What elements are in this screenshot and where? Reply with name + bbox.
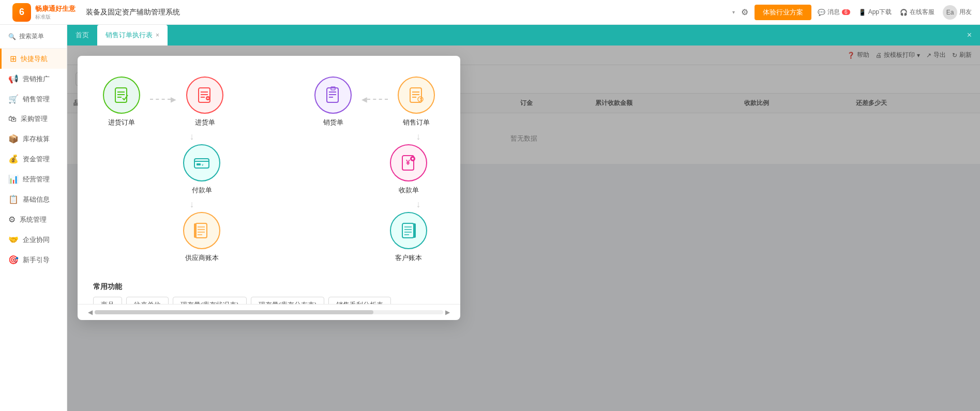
beginner-icon: 🎯 [8, 255, 19, 265]
node-purchase-slip[interactable]: 进货单 [176, 77, 233, 127]
content-area: 首页 销售订单执行表 × × ❓ 帮助 🖨 [67, 25, 980, 411]
app-container: 6 畅康通好生意 标准版 装备及固定资产辅助管理系统 ▾ ⚙ 体验行业方案 💬 … [0, 0, 980, 411]
logo-subtitle: 标准版 [35, 13, 76, 21]
scroll-track[interactable] [95, 310, 443, 314]
experience-btn[interactable]: 体验行业方案 [755, 5, 811, 20]
sidebar-item-purchase[interactable]: 🛍 采购管理 [0, 109, 67, 129]
sidebar-item-enterprise[interactable]: 🤝 企业协同 [0, 230, 67, 250]
sidebar-item-marketing[interactable]: 📢 营销推广 [0, 69, 67, 89]
scroll-right-arrow[interactable]: ▶ [443, 309, 452, 316]
common-btn-partner[interactable]: 往来单位 [126, 297, 169, 304]
common-btn-stock-dist[interactable]: 现存量(库存分布表) [251, 297, 325, 304]
circle-purchase-order [103, 77, 140, 114]
label-payment-slip: 付款单 [192, 186, 212, 195]
sidebar: 🔍 搜索菜单 ⊞ 快捷导航 📢 营销推广 🛒 销售管理 🛍 采购管理 [0, 25, 67, 411]
system-title: 装备及固定资产辅助管理系统 [86, 8, 726, 17]
finance-icon: 💰 [8, 154, 19, 164]
message-badge: 6 [842, 9, 850, 15]
circle-receipt-slip: ¥ [390, 144, 427, 181]
sidebar-item-finance[interactable]: 💰 资金管理 [0, 149, 67, 169]
sidebar-item-beginner[interactable]: 🎯 新手引导 [0, 250, 67, 270]
node-purchase-order[interactable]: 进货订单 [93, 77, 150, 127]
logo-title: 畅康通好生意 [35, 4, 76, 13]
top-actions: 💬 消息 6 📱 App下载 🎧 在线客服 Ea 用友 [818, 5, 972, 20]
sidebar-item-operations[interactable]: 📊 经营管理 [0, 169, 67, 189]
quick-nav-icon: ⊞ [10, 54, 17, 64]
circle-sales-order [398, 77, 435, 114]
sidebar-item-base-info[interactable]: 📋 基础信息 [0, 189, 67, 209]
node-receipt-slip[interactable]: ¥ 收款单 [380, 144, 437, 195]
online-service-btn[interactable]: 🎧 在线客服 [900, 8, 934, 17]
modal-overlay[interactable]: 进货订单 ▶ [67, 45, 980, 411]
svg-rect-31 [195, 223, 207, 238]
search-menu-btn[interactable]: 🔍 搜索菜单 [4, 29, 63, 44]
enterprise-icon: 🤝 [8, 235, 19, 245]
message-btn[interactable]: 💬 消息 6 [818, 8, 850, 17]
node-sales-order[interactable]: 销售订单 [388, 77, 445, 127]
circle-purchase-slip [186, 77, 223, 114]
svg-rect-42 [413, 223, 416, 238]
page-content: ❓ 帮助 🖨 按模板打印 ▾ ↗ 导出 ↻ 刷新 [67, 45, 980, 411]
svg-rect-37 [402, 223, 414, 238]
sidebar-item-system[interactable]: ⚙ 系统管理 [0, 209, 67, 230]
common-section: 常用功能 商品 往来单位 现存量(库存状况表) 现存量(库存分布表) 销售毛利分… [93, 277, 445, 304]
marketing-icon: 📢 [8, 74, 19, 84]
circle-sales-slip [314, 77, 352, 114]
circle-customer-ledger [390, 212, 427, 249]
common-btns: 商品 往来单位 现存量(库存状况表) 现存量(库存分布表) 销售毛利分析表 商品… [93, 297, 445, 304]
common-btn-sales-profit[interactable]: 销售毛利分析表 [328, 297, 391, 304]
download-icon: 📱 [858, 9, 866, 16]
system-icon: ⚙ [8, 215, 16, 224]
avatar: Ea [943, 5, 957, 20]
settings-icon[interactable]: ⚙ [741, 7, 748, 17]
label-customer-ledger: 客户账本 [395, 253, 422, 263]
label-purchase-order: 进货订单 [108, 118, 135, 127]
svg-rect-36 [194, 223, 197, 238]
node-customer-ledger[interactable]: 客户账本 [380, 212, 437, 263]
tab-bar: 首页 销售订单执行表 × × [67, 25, 980, 45]
tab-home[interactable]: 首页 [67, 25, 97, 45]
label-purchase-slip: 进货单 [195, 118, 215, 127]
logo-icon: 6 [12, 3, 31, 22]
circle-supplier-ledger [183, 212, 220, 249]
inventory-icon: 📦 [8, 134, 19, 144]
user-menu[interactable]: Ea 用友 [943, 5, 972, 20]
modal-box: 进货订单 ▶ [78, 56, 460, 320]
sidebar-item-sales[interactable]: 🛒 销售管理 [0, 89, 67, 109]
label-sales-order: 销售订单 [403, 118, 430, 127]
base-info-icon: 📋 [8, 194, 19, 204]
sales-icon: 🛒 [8, 94, 19, 104]
operations-icon: 📊 [8, 174, 19, 184]
logo-text: 畅康通好生意 标准版 [35, 4, 76, 21]
service-icon: 🎧 [900, 9, 908, 16]
modal-scroll[interactable]: 进货订单 ▶ [78, 56, 460, 304]
node-sales-slip[interactable]: 销货单 [305, 77, 361, 127]
circle-payment-slip: ¥ [183, 144, 220, 181]
app-download-btn[interactable]: 📱 App下载 [858, 8, 892, 17]
main-area: 🔍 搜索菜单 ⊞ 快捷导航 📢 营销推广 🛒 销售管理 🛍 采购管理 [0, 25, 980, 411]
tab-close-icon[interactable]: × [156, 32, 159, 39]
scroll-thumb [95, 310, 373, 314]
search-icon: 🔍 [8, 33, 16, 40]
node-supplier-ledger[interactable]: 供应商账本 [173, 212, 230, 263]
flow-section: 进货订单 ▶ [93, 66, 445, 277]
sidebar-search: 🔍 搜索菜单 [0, 25, 67, 49]
top-bar: 6 畅康通好生意 标准版 装备及固定资产辅助管理系统 ▾ ⚙ 体验行业方案 💬 … [0, 0, 980, 25]
label-sales-slip: 销货单 [323, 118, 343, 127]
common-btn-product[interactable]: 商品 [93, 297, 122, 304]
purchase-icon: 🛍 [8, 114, 17, 124]
tab-sales-order[interactable]: 销售订单执行表 × [97, 25, 168, 45]
logo-area: 6 畅康通好生意 标准版 [8, 3, 80, 22]
node-payment-slip[interactable]: ¥ 付款单 [173, 144, 230, 195]
common-title: 常用功能 [93, 282, 445, 292]
sidebar-item-quick-nav[interactable]: ⊞ 快捷导航 [0, 49, 67, 69]
svg-text:¥: ¥ [202, 163, 204, 166]
system-dropdown-icon[interactable]: ▾ [732, 9, 735, 15]
scroll-left-arrow[interactable]: ◀ [86, 309, 95, 316]
message-icon: 💬 [818, 9, 825, 16]
tab-bar-close-icon[interactable]: × [967, 31, 972, 40]
common-btn-stock-status[interactable]: 现存量(库存状况表) [173, 297, 247, 304]
label-supplier-ledger: 供应商账本 [185, 253, 219, 263]
svg-rect-24 [197, 163, 201, 165]
sidebar-item-inventory[interactable]: 📦 库存核算 [0, 129, 67, 149]
